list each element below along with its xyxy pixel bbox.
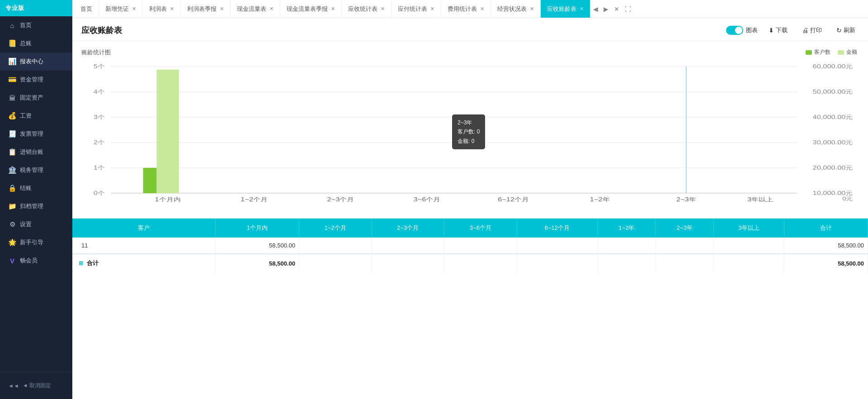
legend-amount-label: 金额 xyxy=(846,48,857,56)
svg-text:3个: 3个 xyxy=(94,114,105,120)
total-icon: ⊞ xyxy=(79,260,83,266)
tab-fullscreen[interactable]: ⛶ xyxy=(622,0,634,18)
sidebar-item-guide[interactable]: 🌟 新手引导 xyxy=(0,233,72,252)
fund-icon: 💳 xyxy=(8,76,16,84)
tab-receivable-stats-close[interactable]: ✕ xyxy=(381,6,385,12)
sidebar-label-tax: 税务管理 xyxy=(20,166,43,174)
sidebar-item-home[interactable]: ⌂ 首页 xyxy=(0,16,72,34)
sidebar-item-settings[interactable]: ⚙ 设置 xyxy=(0,215,72,233)
tab-home[interactable]: 首页 xyxy=(74,0,99,18)
th-y12: 1~2年 xyxy=(598,218,656,238)
svg-text:20,000.00元: 20,000.00元 xyxy=(813,165,853,171)
tab-profit[interactable]: 利润表 ✕ xyxy=(143,0,181,18)
tab-voucher-close[interactable]: ✕ xyxy=(132,6,136,12)
invoice-icon: 🧾 xyxy=(8,130,16,138)
archive-icon: 📁 xyxy=(8,202,16,210)
download-label: 下载 xyxy=(776,26,788,34)
sidebar-label-vip: 畅会员 xyxy=(20,256,38,265)
sidebar-label-archive: 归档管理 xyxy=(20,202,43,210)
tfoot-total: 58,500.00 xyxy=(784,254,868,272)
svg-text:60,000.00元: 60,000.00元 xyxy=(813,63,853,69)
tab-aging-close[interactable]: ✕ xyxy=(580,6,584,12)
print-btn[interactable]: 🖨 打印 xyxy=(798,24,826,36)
download-btn[interactable]: ⬇ 下载 xyxy=(765,24,791,36)
tab-business-status-close[interactable]: ✕ xyxy=(530,6,534,12)
sidebar-item-report[interactable]: 📊 报表中心 xyxy=(0,52,72,71)
page-content-area: 应收账龄表 图表 ⬇ 下载 🖨 打印 ↻ 刷新 xyxy=(72,18,868,399)
td-m612-0 xyxy=(517,238,597,254)
td-y3plus-0 xyxy=(714,238,784,254)
sidebar-label-guide: 新手引导 xyxy=(20,238,43,247)
td-total-0: 58,500.00 xyxy=(784,238,868,254)
tab-payable-stats-close[interactable]: ✕ xyxy=(430,6,434,12)
table-section: 客户 1个月内 1~2个月 2~3个月 3~6个月 6~12个月 1~2年 2~… xyxy=(72,218,868,281)
svg-text:10,000.00元: 10,000.00元 xyxy=(813,190,853,196)
th-customer: 客户 xyxy=(72,218,216,238)
tab-profit-quarter[interactable]: 利润表季报 ✕ xyxy=(181,0,231,18)
refresh-icon: ↻ xyxy=(836,27,842,34)
sidebar-label-home: 首页 xyxy=(20,21,32,29)
tab-voucher[interactable]: 新增凭证 ✕ xyxy=(99,0,143,18)
collapse-icon: ◄◄ xyxy=(8,383,19,389)
th-m12: 1~2个月 xyxy=(299,218,372,238)
sidebar-item-fund[interactable]: 💳 资金管理 xyxy=(0,71,72,89)
svg-text:4个: 4个 xyxy=(94,89,105,95)
legend-amount: 金额 xyxy=(838,48,857,56)
print-icon: 🖨 xyxy=(802,27,808,34)
sidebar-item-payroll[interactable]: 💰 工资 xyxy=(0,107,72,125)
tab-cashflow-close[interactable]: ✕ xyxy=(269,6,274,12)
download-icon: ⬇ xyxy=(769,27,774,34)
sidebar-item-vip[interactable]: V 畅会员 xyxy=(0,252,72,270)
table-row: 11 58,500.00 58,500.00 xyxy=(72,238,868,254)
tab-receivable-stats[interactable]: 应收统计表 ✕ xyxy=(342,0,392,18)
tab-home-label: 首页 xyxy=(80,5,92,13)
sidebar-item-asset[interactable]: 🏛 固定资产 xyxy=(0,89,72,107)
refresh-btn[interactable]: ↻ 刷新 xyxy=(833,24,859,36)
sidebar-logo: 专业版 xyxy=(0,0,72,16)
tab-payable-stats[interactable]: 应付统计表 ✕ xyxy=(392,0,441,18)
tab-close-all[interactable]: ✕ xyxy=(611,0,622,18)
sidebar-collapse-btn[interactable]: ◄◄ ◄ 取消固定 xyxy=(0,377,72,394)
sidebar-label-settings: 设置 xyxy=(20,220,32,228)
tab-expense-stats[interactable]: 费用统计表 ✕ xyxy=(441,0,491,18)
tfoot-m23 xyxy=(372,254,444,272)
sidebar-item-invoice[interactable]: 🧾 发票管理 xyxy=(0,125,72,143)
th-y23: 2~3年 xyxy=(656,218,714,238)
th-total: 合计 xyxy=(784,218,868,238)
tfoot-m1: 58,500.00 xyxy=(216,254,299,272)
page-title: 应收账龄表 xyxy=(81,25,726,36)
tfoot-y23 xyxy=(656,254,714,272)
chart-toggle[interactable]: 图表 xyxy=(726,26,758,35)
svg-text:3~6个月: 3~6个月 xyxy=(414,196,441,202)
tab-cashflow[interactable]: 现金流量表 ✕ xyxy=(231,0,280,18)
th-m36: 3~6个月 xyxy=(444,218,517,238)
sidebar-item-archive[interactable]: 📁 归档管理 xyxy=(0,197,72,215)
sidebar-item-tax[interactable]: 🏦 税务管理 xyxy=(0,161,72,179)
tab-nav-prev[interactable]: ◀ xyxy=(590,0,601,18)
print-label: 打印 xyxy=(810,26,822,34)
table-header-row: 客户 1个月内 1~2个月 2~3个月 3~6个月 6~12个月 1~2年 2~… xyxy=(72,218,868,238)
switch-track[interactable] xyxy=(726,26,743,35)
main-content: 首页 新增凭证 ✕ 利润表 ✕ 利润表季报 ✕ 现金流量表 ✕ 现金流量表季报 … xyxy=(72,0,868,399)
sidebar-item-closing[interactable]: 🔒 结账 xyxy=(0,179,72,197)
tab-profit-close[interactable]: ✕ xyxy=(170,6,174,12)
tab-nav-next[interactable]: ▶ xyxy=(601,0,611,18)
tab-profit-quarter-close[interactable]: ✕ xyxy=(220,6,224,12)
tab-cashflow-quarter-close[interactable]: ✕ xyxy=(331,6,335,12)
sidebar-item-ledger[interactable]: 📒 总账 xyxy=(0,34,72,52)
tab-cashflow-quarter[interactable]: 现金流量表季报 ✕ xyxy=(280,0,342,18)
tab-bar: 首页 新增凭证 ✕ 利润表 ✕ 利润表季报 ✕ 现金流量表 ✕ 现金流量表季报 … xyxy=(72,0,868,18)
sidebar: 专业版 ⌂ 首页 📒 总账 📊 报表中心 💳 资金管理 🏛 固定资产 💰 工资 … xyxy=(0,0,72,399)
tfoot-label: ⊞ 合计 xyxy=(72,254,216,272)
header-actions: 图表 ⬇ 下载 🖨 打印 ↻ 刷新 xyxy=(726,24,859,36)
tab-profit-label: 利润表 xyxy=(149,5,167,13)
tab-business-status-label: 经营状况表 xyxy=(497,5,527,13)
sidebar-label-invoice: 发票管理 xyxy=(20,130,43,138)
tab-business-status[interactable]: 经营状况表 ✕ xyxy=(491,0,541,18)
chart-title: 账龄统计图 xyxy=(81,48,859,57)
svg-text:50,000.00元: 50,000.00元 xyxy=(813,89,853,95)
sidebar-item-salesledger[interactable]: 📋 进销台账 xyxy=(0,143,72,161)
tab-aging[interactable]: 应收账龄表 ✕ xyxy=(541,0,590,18)
tab-expense-stats-close[interactable]: ✕ xyxy=(480,6,484,12)
td-m23-0 xyxy=(372,238,444,254)
